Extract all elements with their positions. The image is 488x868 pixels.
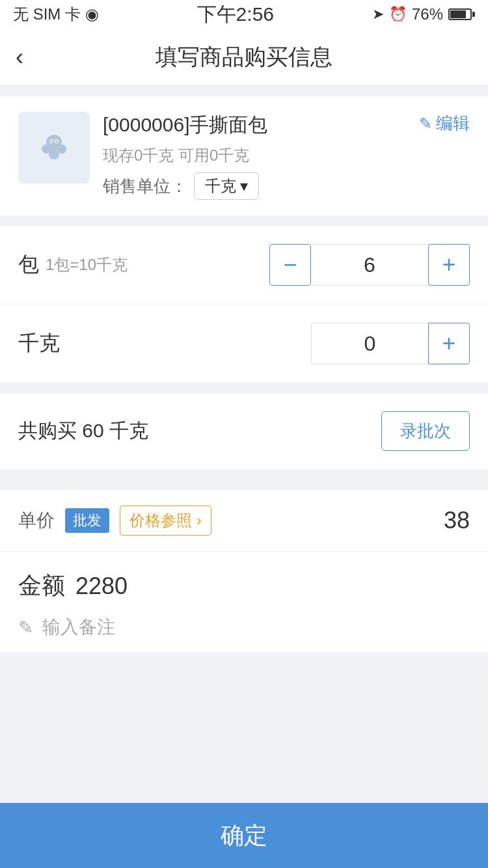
back-button[interactable]: ‹ (16, 44, 23, 71)
price-section: 单价 批发 价格参照 › 38 (0, 490, 488, 552)
product-unit-row: 销售单位： 千克 ▾ (103, 172, 470, 200)
svg-point-6 (51, 141, 53, 142)
battery-icon (448, 8, 475, 20)
price-value: 38 (444, 507, 470, 534)
edit-button[interactable]: ✎ 编辑 (419, 112, 470, 135)
unit-select[interactable]: 千克 ▾ (194, 172, 259, 200)
alarm-icon: ⏰ (389, 6, 407, 23)
confirm-button[interactable]: 确定 (0, 803, 488, 868)
page-title: 填写商品购买信息 (156, 42, 332, 72)
product-info: [0000006]手撕面包 现存0千克 可用0千克 销售单位： 千克 ▾ (103, 112, 470, 200)
quantity-control-bao: − + (269, 244, 470, 286)
amount-value: 2280 (75, 573, 128, 600)
section-divider-1 (0, 480, 488, 490)
quantity-label-kg: 千克 (18, 329, 60, 358)
confirm-label: 确定 (221, 820, 267, 852)
edit-icon: ✎ (419, 115, 432, 133)
quantity-input-kg[interactable] (311, 323, 428, 364)
sim-label: 无 SIM 卡 ◉ (13, 4, 99, 25)
status-bar: 无 SIM 卡 ◉ 下午2:56 ➤ ⏰ 76% (0, 0, 488, 29)
product-stock: 现存0千克 可用0千克 (103, 145, 470, 166)
location-icon: ➤ (372, 6, 384, 23)
available-value: 可用0千克 (178, 146, 249, 164)
svg-point-7 (56, 141, 58, 142)
nav-bar: ‹ 填写商品购买信息 (0, 29, 488, 86)
product-logo-icon (34, 128, 74, 167)
price-reference-button[interactable]: 价格参照 › (120, 506, 211, 536)
remark-placeholder[interactable]: 输入备注 (42, 615, 115, 640)
svg-point-3 (49, 149, 59, 159)
product-card: [0000006]手撕面包 现存0千克 可用0千克 销售单位： 千克 ▾ ✎ 编… (0, 96, 488, 215)
chevron-down-icon: ▾ (240, 177, 248, 195)
stock-value: 现存0千克 (103, 146, 174, 164)
quantity-row-kg: 千克 + (0, 305, 488, 383)
quantity-hint-bao: 1包=10千克 (46, 254, 269, 275)
pencil-icon: ✎ (18, 617, 33, 638)
quantity-section: 包 1包=10千克 − + 千克 + (0, 226, 488, 383)
quantity-input-bao[interactable] (311, 244, 428, 286)
amount-row: 金额 2280 (18, 570, 470, 602)
status-left: 无 SIM 卡 ◉ (13, 4, 99, 25)
battery-label: 76% (412, 5, 443, 23)
summary-section: 共购买 60 千克 录批次 (0, 393, 488, 469)
increment-button-kg[interactable]: + (428, 323, 470, 364)
status-right: ➤ ⏰ 76% (372, 5, 475, 23)
product-name: [0000006]手撕面包 (103, 112, 470, 139)
increment-button-bao[interactable]: + (428, 244, 470, 286)
product-image (18, 112, 90, 183)
unit-label: 销售单位： (103, 175, 187, 198)
remark-row[interactable]: ✎ 输入备注 (18, 615, 470, 640)
record-batch-button[interactable]: 录批次 (381, 411, 470, 451)
quantity-label-bao: 包 (18, 251, 39, 279)
decrement-button-bao[interactable]: − (269, 244, 311, 286)
amount-label: 金额 (18, 570, 65, 602)
status-time: 下午2:56 (197, 1, 274, 28)
quantity-row-bao: 包 1包=10千克 − + (0, 226, 488, 305)
summary-text: 共购买 60 千克 (18, 418, 148, 444)
amount-section: 金额 2280 ✎ 输入备注 (0, 552, 488, 653)
wholesale-tag: 批发 (65, 508, 109, 533)
quantity-control-kg: + (311, 323, 470, 364)
price-label: 单价 (18, 508, 55, 533)
